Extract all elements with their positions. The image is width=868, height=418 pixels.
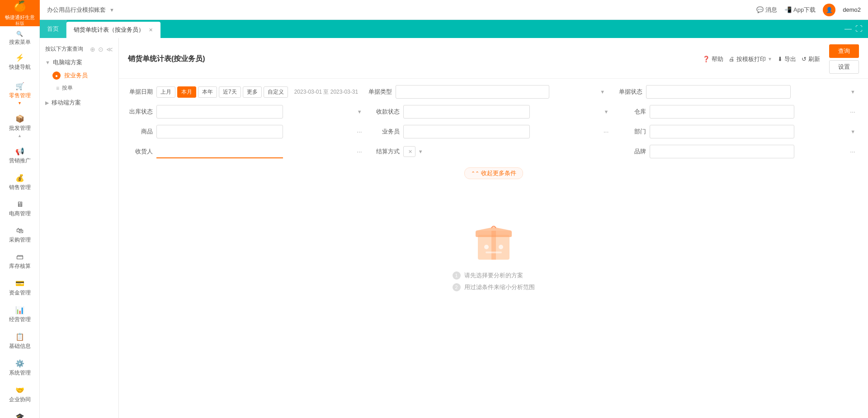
department-input[interactable] xyxy=(650,125,794,138)
sidebar-search-label: 搜索菜单 xyxy=(9,38,31,46)
top-bar-title: 办公用品行业模拟账套 xyxy=(47,6,106,14)
help-label: 帮助 xyxy=(712,55,723,63)
warehouse-dots-icon: ··· xyxy=(850,108,855,115)
top-bar-dropdown-icon[interactable]: ▼ xyxy=(109,7,114,13)
edit-scheme-icon[interactable]: ⊙ xyxy=(98,46,104,53)
export-btn[interactable]: ⬇ 导出 xyxy=(778,55,796,63)
sidebar-item-sales[interactable]: 💰 销售管理 xyxy=(0,169,39,196)
brand-input[interactable] xyxy=(650,145,794,158)
tree-item-pc[interactable]: ▼ 电脑端方案 xyxy=(40,56,118,69)
tab-expand-icon[interactable]: ⛶ xyxy=(855,25,863,33)
sidebar-item-newbie[interactable]: 🎓 新手引导 xyxy=(0,408,39,418)
filter-receiver-item: 收货人 ··· xyxy=(128,145,366,158)
doc-status-input[interactable] xyxy=(646,85,791,99)
sidebar-item-label: 采购管理 xyxy=(9,236,31,244)
help-btn[interactable]: ❓ 帮助 xyxy=(703,55,723,63)
sidebar-item-finance[interactable]: 💳 资金管理 xyxy=(0,275,39,301)
sidebar-item-marketing[interactable]: 📢 营销推广 xyxy=(0,142,39,169)
filter-area: 单据日期 上月 本月 本年 近7天 更多 自定义 2023-03-01 至 20… xyxy=(119,79,868,192)
empty-tip-2: 2 用过滤条件来缩小分析范围 xyxy=(453,283,535,291)
filter-row-3: 商品 ··· 业务员 ··· 部门 xyxy=(128,125,859,138)
template-print-btn[interactable]: 🖨 按模板打印 ▼ xyxy=(729,55,772,63)
sidebar-item-system[interactable]: ⚙️ 系统管理 xyxy=(0,355,39,381)
export-icon: ⬇ xyxy=(778,56,783,62)
chevron-up-icon: ▲ xyxy=(18,133,22,138)
sidebar-item-enterprise[interactable]: 🤝 企业协同 xyxy=(0,381,39,408)
settings-button[interactable]: 设置 xyxy=(829,60,859,74)
sidebar-item-ecommerce[interactable]: 🖥 电商管理 xyxy=(0,196,39,222)
doc-type-arrow-icon: ▼ xyxy=(600,89,605,95)
quick-nav-icon: ⚡ xyxy=(15,53,24,62)
sales-icon: 💰 xyxy=(15,174,24,182)
date-btn-this-month[interactable]: 本月 xyxy=(177,86,196,98)
refresh-btn[interactable]: ↺ 刷新 xyxy=(802,55,820,63)
salesperson-input[interactable] xyxy=(403,125,530,138)
export-label: 导出 xyxy=(784,55,796,63)
collect-status-arrow-icon: ▼ xyxy=(604,109,609,114)
refresh-icon: ↺ xyxy=(802,56,807,62)
receiver-control: ··· xyxy=(156,145,366,158)
sidebar-item-operations[interactable]: 📊 经营管理 xyxy=(0,301,39,328)
date-btn-more[interactable]: 更多 xyxy=(243,86,262,98)
collapse-conditions-btn[interactable]: ⌃⌃ 收起更多条件 xyxy=(464,167,523,179)
brand-label: 品牌 xyxy=(621,147,646,156)
query-button[interactable]: 查询 xyxy=(829,44,859,58)
sidebar-item-purchase[interactable]: 🛍 采购管理 xyxy=(0,222,39,248)
filter-doc-status-item: 单据状态 ▼ xyxy=(618,85,859,99)
svg-rect-6 xyxy=(486,252,502,253)
date-btn-this-year[interactable]: 本年 xyxy=(198,86,217,98)
receiver-dots-icon: ··· xyxy=(357,148,362,155)
empty-icon-container xyxy=(467,219,521,264)
collect-status-input[interactable] xyxy=(403,105,530,119)
logo-icon: 🍊 xyxy=(14,0,26,13)
settlement-clear-icon[interactable]: ✕ xyxy=(408,149,412,155)
filter-department-item: 部门 ▼ xyxy=(621,125,859,138)
message-btn[interactable]: 💬 消息 xyxy=(756,6,777,14)
sidebar-item-search[interactable]: 🔍 搜索菜单 xyxy=(0,26,39,49)
doc-type-label: 单据类型 xyxy=(367,88,392,96)
collapse-panel-icon[interactable]: ≪ xyxy=(106,46,113,53)
ecommerce-icon: 🖥 xyxy=(16,200,24,209)
date-btn-custom[interactable]: 自定义 xyxy=(264,86,288,98)
salesperson-control: ··· xyxy=(403,125,613,138)
tab-close-icon[interactable]: ✕ xyxy=(149,27,153,33)
sub-item-by-order[interactable]: ≡ 按单 xyxy=(40,82,118,94)
empty-state: 1 请先选择要分析的方案 2 用过滤条件来缩小分析范围 xyxy=(119,192,868,318)
tab-home[interactable]: 首页 xyxy=(40,20,66,38)
add-scheme-icon[interactable]: ⊕ xyxy=(90,46,95,53)
sidebar-item-retail[interactable]: 🛒 零售管理 ▼ xyxy=(0,77,39,110)
avatar[interactable]: 👤 xyxy=(823,4,835,16)
date-btn-last-month[interactable]: 上月 xyxy=(156,86,175,98)
warehouse-input[interactable] xyxy=(650,105,794,119)
stock-status-input[interactable] xyxy=(156,105,283,119)
sidebar-item-quick-nav[interactable]: ⚡ 快捷导航 xyxy=(0,49,39,76)
filter-row-2: 出库状态 ▼ 收款状态 ▼ 仓库 xyxy=(128,105,859,119)
sidebar-item-wholesale[interactable]: 📦 批发管理 ▲ xyxy=(0,110,39,142)
left-panel: 按以下方案查询 ⊕ ⊙ ≪ ▼ 电脑端方案 ● 按业务员 ≡ 按单 xyxy=(40,38,119,418)
date-btn-7days[interactable]: 近7天 xyxy=(219,86,241,98)
tab-sales-stat[interactable]: 销货单统计表（按业务员） ✕ xyxy=(66,22,160,38)
sidebar-item-label: 基础信息 xyxy=(9,342,31,350)
sidebar-item-label: 系统管理 xyxy=(9,369,31,377)
tab-sales-stat-label: 销货单统计表（按业务员） xyxy=(74,26,144,34)
filter-row-4: 收货人 ··· 结算方式 ✕ ▼ xyxy=(128,145,859,158)
finance-icon: 💳 xyxy=(15,279,24,288)
download-icon: 📲 xyxy=(784,6,792,13)
tab-minimize-icon[interactable]: — xyxy=(844,25,852,33)
date-label: 单据日期 xyxy=(128,88,153,96)
tree-item-mobile[interactable]: ▶ 移动端方案 xyxy=(40,96,118,109)
sidebar-item-inventory[interactable]: 🗃 库存核算 xyxy=(0,248,39,275)
sidebar-item-label: 电商管理 xyxy=(9,210,31,218)
app-download-btn[interactable]: 📲 App下载 xyxy=(784,6,816,14)
tree-child-salesperson[interactable]: ● 按业务员 xyxy=(40,69,118,82)
newbie-icon: 🎓 xyxy=(15,413,24,418)
sidebar-item-label: 快捷导航 xyxy=(9,63,31,71)
product-input[interactable] xyxy=(156,125,283,138)
avatar-icon: 👤 xyxy=(826,7,833,13)
left-panel-title: 按以下方案查询 xyxy=(45,45,83,53)
sidebar-item-basics[interactable]: 📋 基础信息 xyxy=(0,328,39,355)
tree-expand-icon: ▼ xyxy=(45,60,50,65)
receiver-input[interactable] xyxy=(156,145,283,158)
tree-salesperson-label: 按业务员 xyxy=(64,71,88,80)
doc-type-input[interactable] xyxy=(396,85,549,99)
